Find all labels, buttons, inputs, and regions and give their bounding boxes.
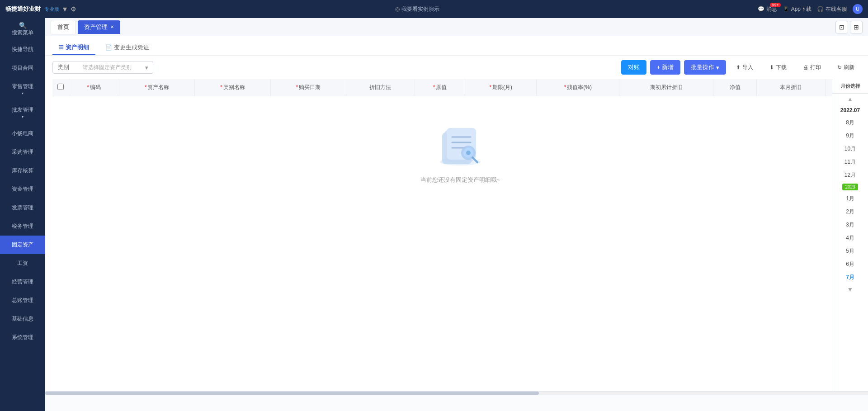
sidebar-item-fund-manage[interactable]: 资金管理: [0, 180, 45, 198]
window-maximize-button[interactable]: ⊞: [850, 21, 863, 33]
top-bar-center: ◎ 我要看实例演示: [395, 5, 439, 13]
scrollbar-thumb[interactable]: [45, 392, 539, 395]
import-button[interactable]: ⬆ 导入: [730, 61, 760, 74]
month-picker-jul[interactable]: 7月: [832, 271, 868, 284]
import-icon: ⬆: [736, 64, 741, 71]
table-header-depreciation-method: 折旧方法: [346, 79, 415, 96]
message-badge: 99+: [770, 3, 780, 7]
download-button[interactable]: ⬇ 下载: [763, 61, 793, 74]
company-name: 畅捷通好业财: [5, 5, 41, 13]
dropdown-button[interactable]: ▾: [63, 4, 67, 14]
sidebar-item-retail-manage[interactable]: 零售管理 ▾: [0, 77, 45, 101]
refresh-button[interactable]: ↻ 刷新: [831, 61, 861, 74]
tab-home[interactable]: 首页: [51, 20, 76, 34]
month-picker-oct[interactable]: 10月: [832, 142, 868, 156]
demo-link[interactable]: 我要看实例演示: [401, 5, 439, 13]
search-label: 搜索菜单: [4, 29, 42, 37]
table-header-residual-rate: *残值率(%): [537, 79, 619, 96]
year-2023-badge: 2023: [842, 184, 858, 190]
online-service-button[interactable]: 🎧 在线客服: [817, 5, 847, 13]
sidebar-item-basic-info[interactable]: 基础信息: [0, 310, 45, 328]
horizontal-scrollbar[interactable]: [45, 391, 868, 395]
month-picker-year-2022: 2022.07: [832, 104, 868, 116]
month-picker-sep[interactable]: 9月: [832, 129, 868, 142]
app-download-button[interactable]: 📱 App下载: [783, 5, 811, 13]
sidebar-item-purchase-manage[interactable]: 采购管理: [0, 143, 45, 161]
month-picker-jan[interactable]: 1月: [832, 192, 868, 205]
tab-bar: 首页 资产管理 ✕ ⊡ ⊞: [45, 18, 868, 36]
top-bar-right: 💬 消息 99+ 📱 App下载 🎧 在线客服 U: [758, 4, 863, 14]
table-container: *编码 *资产名称 *类别名称 *购买日期 折旧方法 *原值 *期限(月) *残…: [45, 79, 868, 391]
table-header-period: *期限(月): [465, 79, 537, 96]
message-button[interactable]: 💬 消息 99+: [758, 5, 777, 13]
sidebar-item-invoice-manage[interactable]: 发票管理: [0, 198, 45, 217]
month-picker-jun[interactable]: 6月: [832, 258, 868, 271]
month-picker-mar[interactable]: 3月: [832, 218, 868, 231]
month-picker-up-button[interactable]: ▲: [845, 94, 855, 104]
dropdown-arrow-icon: ▾: [145, 64, 148, 71]
batch-operations-button[interactable]: 批量操作 ▾: [684, 60, 726, 75]
table-header-purchase-date: *购买日期: [270, 79, 346, 96]
sidebar-item-project-contract[interactable]: 项目合同: [0, 59, 45, 77]
tab-asset-manage[interactable]: 资产管理 ✕: [78, 20, 120, 34]
sidebar-item-batch-manage[interactable]: 批发管理 ▾: [0, 101, 45, 124]
tab-bar-actions: ⊡ ⊞: [835, 21, 863, 33]
sidebar-item-operations-manage[interactable]: 经营管理: [0, 273, 45, 291]
sidebar-search-button[interactable]: 🔍 搜索菜单: [0, 18, 45, 40]
month-picker-header: 月份选择: [832, 79, 868, 94]
month-picker-aug[interactable]: 8月: [832, 116, 868, 129]
window-restore-button[interactable]: ⊡: [835, 21, 848, 33]
category-filter[interactable]: 类别 请选择固定资产类别 ▾: [52, 61, 153, 74]
phone-icon: 📱: [783, 6, 789, 12]
table-header-code: *编码: [69, 79, 119, 96]
month-picker: 月份选择 ▲ 2022.07 8月 9月 10月 11月 12月 2023 1月…: [832, 79, 868, 391]
category-input[interactable]: 请选择固定资产类别: [83, 64, 132, 71]
add-new-button[interactable]: + 新增: [650, 60, 680, 75]
content-area: ☰ 资产明细 📄 变更生成凭证 类别 请选择固定资产类别 ▾ 对账: [45, 36, 868, 411]
edition-label: 专业版: [44, 6, 59, 13]
sidebar-item-system-manage[interactable]: 系统管理: [0, 328, 45, 347]
print-icon: 🖨: [803, 64, 808, 71]
sub-tab-change-voucher[interactable]: 📄 变更生成凭证: [99, 41, 156, 55]
table-header-monthly-depreciation: 本月折旧: [756, 79, 825, 96]
select-all-checkbox[interactable]: [57, 84, 64, 90]
right-content: 首页 资产管理 ✕ ⊡ ⊞ ☰ 资产明细 📄 变更生成凭证: [45, 18, 868, 411]
month-picker-down-button[interactable]: ▼: [845, 284, 855, 295]
sidebar-item-inventory[interactable]: 库存核算: [0, 161, 45, 180]
settings-icon[interactable]: ⚙: [71, 5, 76, 13]
print-button[interactable]: 🖨 打印: [797, 61, 827, 74]
batch-arrow-icon: ▾: [716, 64, 719, 71]
sidebar-item-quick-nav[interactable]: 快捷导航: [0, 40, 45, 59]
user-avatar[interactable]: U: [853, 4, 863, 14]
sidebar-item-tax-manage[interactable]: 税务管理: [0, 217, 45, 236]
list-icon: ☰: [59, 44, 64, 51]
category-label: 类别: [57, 63, 69, 71]
message-icon: 💬: [758, 6, 764, 12]
month-picker-dec[interactable]: 12月: [832, 169, 868, 182]
download-icon: ⬇: [769, 64, 774, 71]
empty-state: 当前您还没有固定资产明细哦~: [52, 96, 868, 211]
sidebar-item-salary[interactable]: 工资: [0, 254, 45, 273]
sub-tab-asset-detail[interactable]: ☰ 资产明细: [52, 41, 95, 55]
sidebar-item-fixed-assets[interactable]: 固定资产: [0, 236, 45, 254]
sub-tab-change-voucher-label: 变更生成凭证: [114, 43, 149, 52]
month-picker-apr[interactable]: 4月: [832, 231, 868, 245]
bottom-bar: [45, 395, 868, 411]
sidebar-nav: 快捷导航 项目合同 零售管理 ▾ 批发管理 ▾ 小畅电商 采购管理 库存核算: [0, 40, 45, 347]
sidebar-item-ecommerce[interactable]: 小畅电商: [0, 124, 45, 143]
reconcile-button[interactable]: 对账: [621, 60, 646, 75]
table-header-checkbox: [52, 79, 69, 96]
month-picker-feb[interactable]: 2月: [832, 205, 868, 218]
month-picker-nov[interactable]: 11月: [832, 156, 868, 169]
table-header-original-value: *原值: [415, 79, 465, 96]
tab-close-icon[interactable]: ✕: [110, 24, 114, 29]
main-layout: 🔍 搜索菜单 快捷导航 项目合同 零售管理 ▾ 批发管理 ▾ 小畅电商 采购管理: [0, 18, 868, 411]
top-bar-left: 畅捷通好业财 专业版 ▾ ⚙: [5, 4, 76, 14]
month-picker-may[interactable]: 5月: [832, 245, 868, 258]
table-header-net-value: 净值: [713, 79, 757, 96]
sidebar-item-general-ledger[interactable]: 总账管理: [0, 291, 45, 310]
toolbar-right: 对账 + 新增 批量操作 ▾ ⬆ 导入 ⬇ 下载: [621, 60, 861, 75]
doc-icon: 📄: [105, 44, 112, 51]
refresh-icon: ↻: [837, 64, 842, 71]
sub-tabs: ☰ 资产明细 📄 变更生成凭证: [45, 36, 868, 56]
